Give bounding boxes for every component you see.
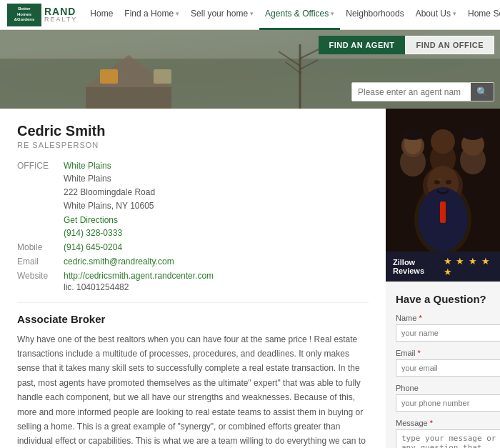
email-label: Email: [17, 257, 64, 267]
navbar: BetterHomes&Gardens RAND REALTY Home Fin…: [0, 0, 500, 30]
agent-card: Cedric Smith RE SALESPERSON OFFICE White…: [0, 109, 386, 448]
mobile-label: Mobile: [17, 242, 64, 252]
license-text: lic. 10401254482: [64, 282, 214, 292]
office-phone: (914) 328-0333: [64, 228, 155, 238]
email-input[interactable]: [396, 359, 500, 377]
svg-point-16: [431, 129, 455, 154]
get-directions-link[interactable]: Get Directions: [64, 215, 155, 225]
website-link[interactable]: http://cedricsmith.agent.randcenter.com: [64, 271, 214, 281]
svg-rect-3: [86, 87, 171, 109]
hero-tabs: FIND AN AGENT FIND AN OFFICE: [319, 36, 494, 54]
zillow-bar: Zillow Reviews ★ ★ ★ ★ ★: [386, 252, 500, 282]
agent-name: Cedric Smith: [17, 123, 369, 139]
search-button[interactable]: 🔍: [471, 83, 494, 101]
nav-find-home[interactable]: Find a Home ▾: [119, 0, 185, 30]
find-agent-tab[interactable]: FIND AN AGENT: [319, 36, 406, 54]
phone-form-label: Phone: [396, 384, 500, 392]
svg-rect-4: [100, 69, 118, 84]
phone-input[interactable]: [396, 394, 500, 412]
question-title: Have a Question?: [396, 293, 500, 305]
mobile-number[interactable]: (914) 645-0204: [64, 242, 122, 252]
svg-point-25: [446, 180, 451, 184]
office-link[interactable]: White Plains: [64, 161, 111, 171]
bio-text: Why have one of the best realtors when y…: [17, 332, 369, 448]
search-icon: 🔍: [476, 86, 488, 97]
svg-rect-5: [154, 69, 171, 84]
nav-home[interactable]: Home: [84, 0, 119, 30]
website-row: Website http://cedricsmith.agent.randcen…: [17, 271, 369, 292]
message-field-group: Message *: [396, 419, 500, 448]
bio-title: Associate Broker: [17, 313, 369, 325]
bhg-logo: BetterHomes&Gardens: [7, 4, 41, 26]
chevron-down-icon: ▾: [176, 10, 179, 17]
name-input[interactable]: [396, 324, 500, 342]
agent-photo: [386, 109, 500, 252]
email-field-group: Email *: [396, 349, 500, 377]
photo-panel: Zillow Reviews ★ ★ ★ ★ ★ Have a Question…: [386, 109, 500, 448]
chevron-down-icon: ▾: [250, 10, 254, 17]
office-label: OFFICE: [17, 161, 64, 238]
office-address: White Plains222 Bloomingdale RoadWhite P…: [64, 172, 155, 214]
logo[interactable]: BetterHomes&Gardens RAND REALTY: [7, 4, 77, 26]
nav-links: Home Find a Home ▾ Sell your home ▾ Agen…: [84, 0, 500, 30]
message-form-label: Message *: [396, 419, 500, 427]
agent-title: RE SALESPERSON: [17, 141, 369, 149]
email-link[interactable]: cedric.smith@randrealty.com: [64, 257, 174, 267]
nav-agents[interactable]: Agents & Offices ▾: [259, 0, 340, 30]
svg-rect-23: [440, 201, 446, 223]
svg-point-27: [461, 126, 484, 140]
name-label: Name *: [396, 314, 500, 322]
phone-field-group: Phone: [396, 384, 500, 412]
hero-section: FIND AN AGENT FIND AN OFFICE 🔍: [0, 30, 500, 109]
svg-point-28: [437, 178, 441, 181]
rand-text: RAND: [44, 6, 77, 16]
divider: [17, 302, 369, 303]
nav-home-services[interactable]: Home Services ▾: [462, 0, 500, 30]
realty-text: REALTY: [44, 16, 77, 23]
email-row: Email cedric.smith@randrealty.com: [17, 257, 369, 267]
nav-neighborhoods[interactable]: Neighborhoods: [340, 0, 409, 30]
nav-sell[interactable]: Sell your home ▾: [185, 0, 259, 30]
question-form-panel: Have a Question? Name * Email * Phone: [386, 282, 500, 448]
name-field-group: Name *: [396, 314, 500, 342]
chevron-down-icon: ▾: [331, 10, 334, 17]
website-label: Website: [17, 271, 64, 292]
office-row: OFFICE White Plains White Plains222 Bloo…: [17, 161, 369, 238]
mobile-row: Mobile (914) 645-0204: [17, 242, 369, 252]
find-office-tab[interactable]: FIND AN OFFICE: [405, 36, 494, 54]
svg-point-26: [401, 129, 424, 140]
email-form-label: Email *: [396, 349, 500, 357]
chevron-down-icon: ▾: [453, 10, 456, 17]
nav-about[interactable]: About Us ▾: [410, 0, 462, 30]
rand-logo: RAND REALTY: [44, 6, 77, 23]
agent-search-input[interactable]: [352, 84, 471, 101]
zillow-stars: ★ ★ ★ ★ ★: [444, 256, 493, 277]
hero-search-bar: 🔍: [351, 82, 494, 101]
zillow-label: Zillow Reviews: [393, 258, 439, 275]
message-textarea[interactable]: [396, 429, 500, 448]
main-content: Cedric Smith RE SALESPERSON OFFICE White…: [0, 109, 500, 448]
